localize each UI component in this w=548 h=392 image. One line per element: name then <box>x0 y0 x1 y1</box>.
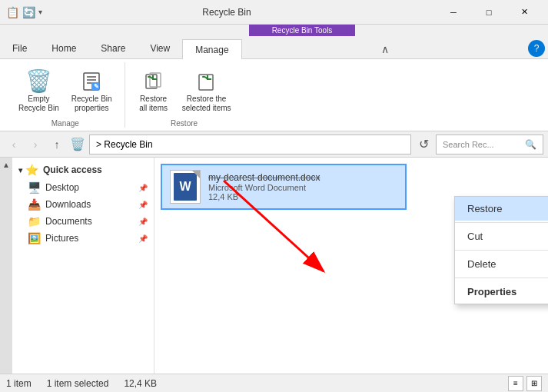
documents-label: Documents <box>45 216 92 227</box>
ribbon-group-restore-label: Restore <box>171 119 198 128</box>
large-icon-view-button[interactable]: ⊞ <box>526 376 542 391</box>
status-bar: 1 item 1 item selected 12,4 KB ≡ ⊞ <box>0 374 548 392</box>
refresh-button[interactable]: ↺ <box>414 135 433 154</box>
search-placeholder: Search Rec... <box>443 140 525 149</box>
sidebar-item-desktop[interactable]: 🖥️ Desktop 📌 <box>12 179 154 196</box>
restore-selected-icon <box>194 68 219 93</box>
restore-all-button[interactable]: Restoreall items <box>135 65 173 116</box>
file-info: my-dearest-document.docx Microsoft Word … <box>208 172 320 201</box>
maximize-button[interactable]: □ <box>471 0 506 25</box>
title-bar: 📋 🔄 ▾ Recycle Bin ─ □ ✕ <box>0 0 548 25</box>
tab-share[interactable]: Share <box>88 38 138 58</box>
sidebar: ▾ ⭐ Quick access 🖥️ Desktop 📌 📥 Download… <box>12 158 154 374</box>
context-menu-separator-1 <box>455 222 548 223</box>
detail-view-button[interactable]: ≡ <box>508 376 523 391</box>
desktop-label: Desktop <box>45 182 79 193</box>
tab-manage[interactable]: Manage <box>182 39 241 59</box>
ribbon-group-restore: Restoreall items Restore theselected ite… <box>125 62 244 128</box>
pictures-label: Pictures <box>45 233 78 244</box>
address-bar[interactable]: > Recycle Bin <box>89 135 411 154</box>
restore-all-label: Restoreall items <box>139 95 168 113</box>
sidebar-section-quick-access[interactable]: ▾ ⭐ Quick access <box>12 161 154 179</box>
file-item[interactable]: W my-dearest-document.docx Microsoft Wor… <box>161 164 407 210</box>
toolbar: ‹ › ↑ 🗑️ > Recycle Bin ↺ Search Rec... 🔍 <box>0 131 548 158</box>
empty-recycle-bin-label: EmptyRecycle Bin <box>18 95 59 113</box>
help-button[interactable]: ? <box>528 40 545 57</box>
downloads-label: Downloads <box>45 199 91 210</box>
restore-selected-label: Restore theselected items <box>182 95 231 113</box>
desktop-icon: 🖥️ <box>28 181 41 194</box>
ribbon-group-manage: 🗑️ EmptyRecycle Bin ✎ Recycle Binpro <box>6 62 125 128</box>
file-size: 12,4 KB <box>208 192 320 201</box>
recycle-bin-properties-button[interactable]: ✎ Recycle Binproperties <box>68 65 115 116</box>
quick-access-toolbar[interactable]: 📋 🔄 ▾ <box>6 6 42 18</box>
pin-icon-downloads: 📌 <box>138 201 148 209</box>
empty-recycle-bin-icon: 🗑️ <box>26 68 51 93</box>
address-path: > Recycle Bin <box>96 139 153 150</box>
context-menu: Restore Cut Delete Properties <box>454 196 548 304</box>
address-icon: 🗑️ <box>69 136 86 153</box>
context-menu-delete[interactable]: Delete <box>455 252 548 276</box>
ribbon: 🗑️ EmptyRecycle Bin ✎ Recycle Binpro <box>0 58 548 131</box>
recycle-bin-properties-label: Recycle Binproperties <box>71 95 112 113</box>
status-size: 12,4 KB <box>124 378 157 389</box>
chevron-down-icon: ▾ <box>18 166 22 174</box>
file-name: my-dearest-document.docx <box>208 172 320 183</box>
minimize-button[interactable]: ─ <box>436 0 471 25</box>
sidebar-item-downloads[interactable]: 📥 Downloads 📌 <box>12 196 154 213</box>
tab-view[interactable]: View <box>138 38 182 58</box>
back-button[interactable]: ‹ <box>5 135 23 154</box>
svg-text:✎: ✎ <box>94 83 99 90</box>
documents-icon: 📁 <box>28 215 41 228</box>
context-menu-separator-3 <box>455 277 548 278</box>
collapse-ribbon-button[interactable]: ∧ <box>375 40 395 58</box>
sidebar-item-documents[interactable]: 📁 Documents 📌 <box>12 213 154 230</box>
tab-home[interactable]: Home <box>39 38 88 58</box>
sidebar-scroll[interactable]: ▲ <box>0 158 12 374</box>
status-view-controls[interactable]: ≡ ⊞ <box>508 376 542 391</box>
pin-icon-desktop: 📌 <box>138 184 148 192</box>
window-controls[interactable]: ─ □ ✕ <box>436 0 542 25</box>
ribbon-group-restore-items: Restoreall items Restore theselected ite… <box>135 62 234 116</box>
context-menu-cut[interactable]: Cut <box>455 224 548 248</box>
main-content-wrapper: ▲ ▾ ⭐ Quick access 🖥️ Desktop 📌 📥 Downlo… <box>0 158 548 374</box>
manage-tools-label: Recycle Bin Tools <box>249 25 355 36</box>
content-area: W my-dearest-document.docx Microsoft Wor… <box>154 158 548 374</box>
search-icon: 🔍 <box>525 139 536 150</box>
up-button[interactable]: ↑ <box>48 135 66 154</box>
context-menu-restore[interactable]: Restore <box>455 197 548 221</box>
recycle-bin-properties-icon: ✎ <box>79 68 104 93</box>
search-bar[interactable]: Search Rec... 🔍 <box>436 135 543 154</box>
status-item-count: 1 item <box>6 378 32 389</box>
context-menu-separator-2 <box>455 250 548 251</box>
quick-access-icon-1: 📋 <box>6 6 19 18</box>
restore-selected-button[interactable]: Restore theselected items <box>179 65 234 116</box>
file-type: Microsoft Word Document <box>208 183 320 192</box>
ribbon-group-manage-label: Manage <box>51 119 79 128</box>
pin-icon-pictures: 📌 <box>138 234 148 243</box>
pin-icon-documents: 📌 <box>138 218 148 226</box>
pictures-icon: 🖼️ <box>28 232 41 244</box>
quick-access-label: Quick access <box>43 164 102 175</box>
tab-file[interactable]: File <box>0 38 39 58</box>
restore-all-icon <box>141 68 166 93</box>
quick-access-icon-2: 🔄 <box>22 6 35 18</box>
close-button[interactable]: ✕ <box>506 0 542 25</box>
ribbon-group-manage-items: 🗑️ EmptyRecycle Bin ✎ Recycle Binpro <box>15 62 115 116</box>
empty-recycle-bin-button[interactable]: 🗑️ EmptyRecycle Bin <box>15 65 62 116</box>
downloads-icon: 📥 <box>28 198 41 211</box>
sidebar-item-pictures[interactable]: 🖼️ Pictures 📌 <box>12 230 154 247</box>
window-title: Recycle Bin <box>48 7 405 18</box>
context-menu-properties[interactable]: Properties <box>455 280 548 304</box>
quick-access-dropdown[interactable]: ▾ <box>38 8 42 16</box>
forward-button[interactable]: › <box>26 135 45 154</box>
status-selected: 1 item selected <box>47 378 109 389</box>
file-icon: W <box>170 170 201 204</box>
